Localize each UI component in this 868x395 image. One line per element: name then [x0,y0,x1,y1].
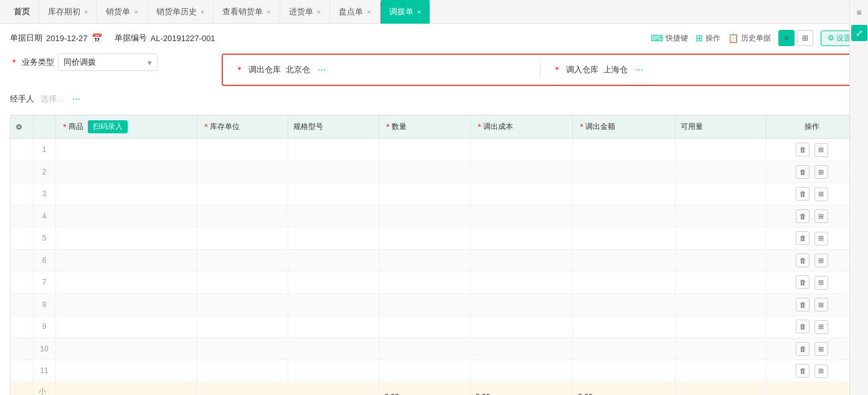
cell-spec-3[interactable] [288,205,379,227]
cell-avail-1[interactable] [675,161,766,183]
cell-amount-1[interactable] [573,161,676,183]
tab-home[interactable]: 首页 [5,0,39,24]
tab-sales-history[interactable]: 销货单历史 × [148,0,214,24]
tab-inventory-init-close[interactable]: × [84,8,88,16]
cell-cost-10[interactable] [470,360,573,383]
cell-qty-2[interactable] [379,183,470,206]
business-type-select[interactable]: 同价调拨 ▾ [58,54,158,71]
tab-transfer-order-close[interactable]: × [417,8,421,16]
delete-button-9[interactable]: 🗑 [796,342,809,356]
cell-avail-5[interactable] [675,249,766,272]
cell-unit-3[interactable] [197,205,288,227]
cell-goods-8[interactable] [55,316,197,338]
cell-goods-10[interactable] [55,360,197,383]
cell-amount-7[interactable] [573,293,676,316]
delete-button-7[interactable]: 🗑 [796,298,809,312]
grid-view-button[interactable]: ⊞ [797,30,813,46]
cell-avail-10[interactable] [675,360,766,383]
cell-goods-5[interactable] [55,249,197,272]
delete-button-10[interactable]: 🗑 [796,364,809,378]
copy-button-1[interactable]: ⊞ [814,165,828,179]
th-settings[interactable]: ⚙ [11,115,33,139]
cell-goods-7[interactable] [55,293,197,316]
cell-spec-2[interactable] [288,183,379,206]
tab-purchase-order[interactable]: 进货单 × [280,0,330,24]
cell-amount-4[interactable] [573,227,676,250]
copy-button-0[interactable]: ⊞ [814,143,828,157]
cell-avail-3[interactable] [675,205,766,227]
cell-avail-8[interactable] [675,316,766,338]
cell-qty-10[interactable] [379,360,470,383]
cell-cost-3[interactable] [470,205,573,227]
cell-amount-9[interactable] [573,338,676,360]
cell-unit-8[interactable] [197,316,288,338]
cell-cost-2[interactable] [470,183,573,206]
delete-button-2[interactable]: 🗑 [796,187,809,201]
cell-avail-9[interactable] [675,338,766,360]
cell-cost-9[interactable] [470,338,573,360]
cell-unit-1[interactable] [197,161,288,183]
cell-qty-0[interactable] [379,139,470,161]
cell-spec-5[interactable] [288,249,379,272]
copy-button-9[interactable]: ⊞ [814,342,828,356]
delete-button-3[interactable]: 🗑 [796,209,809,223]
cell-goods-9[interactable] [55,338,197,360]
tab-inventory-init[interactable]: 库存期初 × [39,0,97,24]
delete-button-6[interactable]: 🗑 [796,275,809,289]
cell-goods-6[interactable] [55,272,197,294]
cell-qty-8[interactable] [379,316,470,338]
shortcut-button[interactable]: ⌨ 快捷键 [651,33,688,44]
copy-button-6[interactable]: ⊞ [814,276,828,290]
cell-amount-6[interactable] [573,272,676,294]
tab-sales-order[interactable]: 销货单 × [97,0,147,24]
cell-avail-4[interactable] [675,227,766,250]
copy-button-3[interactable]: ⊞ [814,209,828,223]
list-view-button[interactable]: ≡ [778,30,795,46]
cell-amount-10[interactable] [573,360,676,383]
cell-cost-8[interactable] [470,316,573,338]
cell-spec-0[interactable] [288,139,379,161]
cell-goods-4[interactable] [55,227,197,250]
cell-avail-7[interactable] [675,293,766,316]
transfer-out-more-button[interactable]: ··· [315,64,328,75]
cell-amount-0[interactable] [573,139,676,161]
calendar-icon[interactable]: 📅 [92,33,102,43]
cell-goods-2[interactable] [55,183,197,206]
cell-cost-6[interactable] [470,272,573,294]
cell-spec-8[interactable] [288,316,379,338]
sidebar-list-icon[interactable]: ≡ [852,5,867,20]
cell-unit-6[interactable] [197,272,288,294]
cell-unit-5[interactable] [197,249,288,272]
cell-unit-0[interactable] [197,139,288,161]
tab-view-sales[interactable]: 查看销货单 × [214,0,280,24]
copy-button-8[interactable]: ⊞ [814,320,828,334]
tab-sales-order-close[interactable]: × [134,8,138,16]
cell-spec-1[interactable] [288,161,379,183]
tab-inventory-check[interactable]: 盘点单 × [330,0,380,24]
cell-avail-6[interactable] [675,272,766,294]
cell-goods-1[interactable] [55,161,197,183]
cell-avail-0[interactable] [675,139,766,161]
copy-button-4[interactable]: ⊞ [814,232,828,245]
cell-cost-5[interactable] [470,249,573,272]
cell-qty-7[interactable] [379,293,470,316]
cell-unit-4[interactable] [197,227,288,250]
cell-qty-3[interactable] [379,205,470,227]
transfer-in-more-button[interactable]: ··· [633,64,646,75]
cell-cost-1[interactable] [470,161,573,183]
cell-cost-7[interactable] [470,293,573,316]
person-select[interactable]: 选择... [40,93,64,105]
delete-button-0[interactable]: 🗑 [796,143,809,156]
tab-purchase-order-close[interactable]: × [317,8,321,16]
cell-amount-3[interactable] [573,205,676,227]
cell-spec-10[interactable] [288,360,379,383]
cell-cost-4[interactable] [470,227,573,250]
cell-unit-10[interactable] [197,360,288,383]
cell-spec-6[interactable] [288,272,379,294]
cell-qty-4[interactable] [379,227,470,250]
operation-button[interactable]: ⊞ 操作 [696,33,720,44]
tab-sales-history-close[interactable]: × [200,8,204,16]
cell-goods-0[interactable] [55,139,197,161]
copy-button-10[interactable]: ⊞ [814,364,828,378]
cell-cost-0[interactable] [470,139,573,161]
